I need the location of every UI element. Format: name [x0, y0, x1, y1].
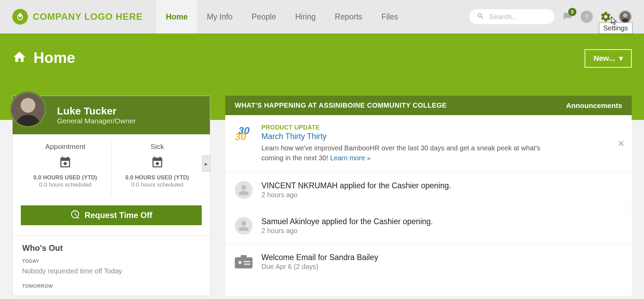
nav-links: Home My Info People Hiring Reports Files	[156, 0, 407, 33]
new-button[interactable]: New... ▾	[585, 49, 632, 68]
announcements-link[interactable]: Announcements	[566, 101, 622, 110]
nav-link-files[interactable]: Files	[372, 0, 408, 33]
svg-point-1	[623, 13, 628, 18]
user-avatar-large[interactable]	[10, 91, 46, 120]
search-box[interactable]	[469, 9, 555, 24]
help-button[interactable]: ?	[581, 11, 593, 23]
home-icon	[12, 50, 27, 66]
feed-body: 3030 PRODUCT UPDATE March Thirty Thirty …	[225, 115, 632, 120]
chevron-down-icon: ▾	[619, 54, 623, 63]
page-title: Home	[33, 49, 75, 66]
search-icon	[477, 12, 484, 21]
nav-link-home[interactable]: Home	[156, 0, 197, 33]
nav-link-hiring[interactable]: Hiring	[286, 0, 325, 33]
user-avatar-small[interactable]	[619, 10, 632, 23]
nav-right: 5 ?	[469, 9, 632, 24]
inbox-badge: 5	[568, 8, 576, 16]
profile-name: Luke Tucker	[57, 105, 136, 117]
search-input[interactable]	[489, 13, 540, 21]
feed-heading: WHAT'S HAPPENING AT ASSINIBOINE COMMUNIT…	[235, 101, 447, 109]
nav-link-people[interactable]: People	[242, 0, 286, 33]
profile-card: Luke Tucker General Manager/Owner Appoin…	[12, 96, 210, 120]
logo-mark-icon	[12, 9, 28, 25]
nav-link-myinfo[interactable]: My Info	[197, 0, 242, 33]
settings-tooltip: Settings	[599, 23, 632, 34]
profile-role: General Manager/Owner	[57, 117, 136, 120]
logo[interactable]: COMPANY LOGO HERE	[12, 9, 143, 25]
feed-header: WHAT'S HAPPENING AT ASSINIBOINE COMMUNIT…	[225, 96, 632, 115]
svg-point-3	[20, 98, 35, 113]
feed-card: WHAT'S HAPPENING AT ASSINIBOINE COMMUNIT…	[225, 96, 632, 120]
inbox-button[interactable]: 5	[561, 11, 574, 23]
new-button-label: New...	[593, 54, 615, 63]
content-row: Luke Tucker General Manager/Owner Appoin…	[12, 96, 632, 120]
top-nav: COMPANY LOGO HERE Home My Info People Hi…	[0, 0, 644, 33]
settings-button[interactable]	[600, 11, 612, 23]
nav-link-reports[interactable]: Reports	[325, 0, 372, 33]
feed-item-product-update: 3030 PRODUCT UPDATE March Thirty Thirty …	[225, 115, 632, 120]
logo-text: COMPANY LOGO HERE	[33, 12, 143, 22]
